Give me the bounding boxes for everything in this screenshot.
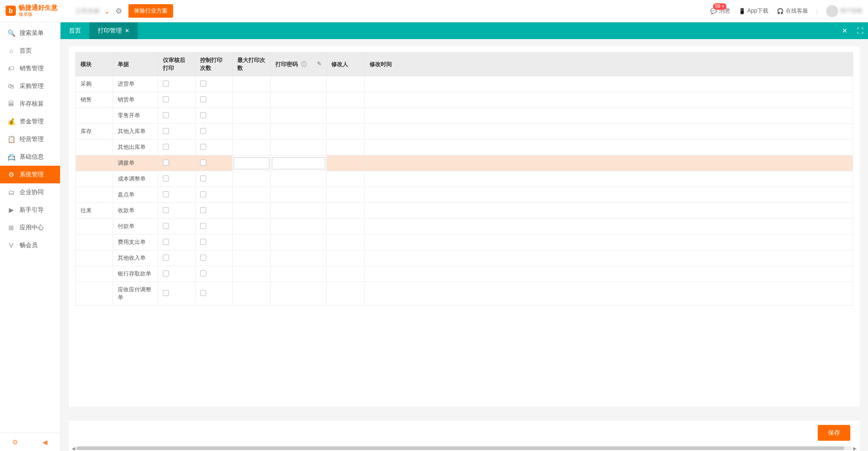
sidebar-item-10[interactable]: ▶新手引导 (0, 201, 60, 219)
checkbox-audit[interactable] (163, 270, 169, 276)
sidebar-settings-icon[interactable]: ⚙ (0, 433, 30, 451)
checkbox-ctrl[interactable] (200, 223, 206, 229)
checkbox-ctrl[interactable] (200, 112, 206, 118)
tab-label: 打印管理 (98, 27, 122, 35)
cell-module (76, 171, 113, 187)
scroll-left-icon[interactable]: ◀ (71, 446, 76, 451)
tab-close-icon[interactable]: ✕ (125, 27, 129, 34)
checkbox-audit[interactable] (163, 128, 169, 134)
checkbox-audit[interactable] (163, 144, 169, 150)
checkbox-audit[interactable] (163, 191, 169, 197)
table-row: 零售开单 (76, 108, 853, 124)
checkbox-ctrl[interactable] (200, 96, 206, 102)
messages-button[interactable]: 💬 99 + 消息 (710, 7, 730, 15)
table-row: 付款单 (76, 219, 853, 235)
help-icon[interactable]: ⓘ (301, 61, 307, 67)
cell-password (271, 250, 327, 266)
sidebar-item-label: 基础信息 (20, 153, 44, 161)
horizontal-scrollbar[interactable]: ◀ ▶ (69, 445, 860, 451)
scroll-right-icon[interactable]: ▶ (852, 446, 858, 451)
cell-max-count (233, 171, 271, 187)
sidebar-item-4[interactable]: 🏛库存核算 (0, 95, 60, 113)
cell-max-count (233, 282, 271, 306)
th-ctrl-count: 控制打印次数 (195, 53, 233, 76)
checkbox-ctrl[interactable] (200, 128, 206, 134)
tab-0[interactable]: 首页 (61, 22, 89, 39)
cell-modify-time (365, 76, 853, 92)
sidebar-item-6[interactable]: 📋经营管理 (0, 130, 60, 148)
sidebar-item-3[interactable]: 🛍采购管理 (0, 77, 60, 95)
checkbox-ctrl[interactable] (200, 175, 206, 182)
save-button[interactable]: 保存 (818, 425, 850, 441)
checkbox-ctrl[interactable] (200, 270, 206, 276)
checkbox-audit[interactable] (163, 96, 169, 102)
sidebar-item-1[interactable]: ⌂首页 (0, 42, 60, 60)
cell-password (271, 203, 327, 219)
checkbox-audit[interactable] (163, 207, 169, 213)
gear-icon[interactable]: ⚙ (115, 7, 122, 15)
cell-module (76, 140, 113, 155)
phone-icon: 📱 (739, 8, 746, 14)
sidebar-item-12[interactable]: V畅会员 (0, 236, 60, 254)
cell-module (76, 250, 113, 266)
user-menu[interactable]: 用户名称 (826, 5, 862, 17)
logo[interactable]: b 畅捷通好生意 臻享版 (6, 4, 66, 18)
cell-ctrl-count (195, 76, 233, 92)
cell-ctrl-count (195, 108, 233, 124)
close-all-tabs-icon[interactable]: ✕ (837, 27, 852, 34)
checkbox-ctrl[interactable] (200, 290, 206, 296)
customer-service-label: 在线客服 (786, 7, 808, 15)
cell-modifier (327, 76, 365, 92)
cell-audit-only (158, 140, 195, 155)
cell-password (271, 140, 327, 155)
checkbox-audit[interactable] (163, 290, 169, 296)
sidebar-collapse-icon[interactable]: ◀ (30, 433, 61, 451)
sidebar-item-8[interactable]: ⚙系统管理 (0, 166, 60, 183)
checkbox-audit[interactable] (163, 112, 169, 118)
checkbox-ctrl[interactable] (200, 239, 206, 245)
sidebar-icon: 🏛 (7, 100, 15, 108)
checkbox-ctrl[interactable] (200, 191, 206, 197)
cell-doc: 银行存取款单 (113, 266, 158, 282)
sidebar-item-5[interactable]: 💰资金管理 (0, 113, 60, 130)
tab-1[interactable]: 打印管理✕ (89, 22, 138, 39)
sidebar-item-7[interactable]: 📇基础信息 (0, 148, 60, 166)
cell-module (76, 235, 113, 250)
checkbox-audit[interactable] (163, 239, 169, 245)
cell-modify-time (365, 108, 853, 124)
checkbox-audit[interactable] (163, 81, 169, 87)
checkbox-audit[interactable] (163, 160, 169, 166)
max-count-input[interactable] (234, 157, 269, 169)
checkbox-audit[interactable] (163, 175, 169, 182)
app-download-button[interactable]: 📱 App下载 (739, 7, 768, 15)
checkbox-audit[interactable] (163, 223, 169, 229)
checkbox-ctrl[interactable] (200, 160, 206, 166)
fullscreen-icon[interactable]: ⛶ (852, 27, 868, 34)
company-selector[interactable]: 公司名称 (75, 7, 100, 15)
table-row: 库存其他入库单 (76, 124, 853, 140)
checkbox-ctrl[interactable] (200, 207, 206, 213)
sidebar-item-11[interactable]: ⊞应用中心 (0, 219, 60, 236)
checkbox-ctrl[interactable] (200, 255, 206, 261)
sidebar-item-2[interactable]: 🏷销售管理 (0, 60, 60, 77)
cell-audit-only (158, 108, 195, 124)
cell-max-count (233, 187, 271, 203)
print-settings-table: 模块 单据 仅审核后打印 控制打印次数 最大打印次数 打印密码 ⓘ ✎ (75, 52, 853, 306)
sidebar-item-0[interactable]: 🔍搜索菜单 (0, 24, 60, 42)
cell-module (76, 266, 113, 282)
password-input[interactable] (272, 157, 325, 169)
checkbox-ctrl[interactable] (200, 144, 206, 150)
sidebar-icon: V (7, 242, 15, 249)
tabs-bar: 首页打印管理✕ ✕ ⛶ (61, 22, 868, 39)
try-industry-button[interactable]: 体验行业方案 (128, 4, 173, 18)
cell-max-count (233, 250, 271, 266)
cell-module (76, 155, 113, 171)
checkbox-audit[interactable] (163, 255, 169, 261)
table-row: 费用支出单 (76, 235, 853, 250)
customer-service-button[interactable]: 🎧 在线客服 (777, 7, 808, 15)
chevron-down-icon[interactable]: ⌄ (104, 7, 110, 15)
checkbox-ctrl[interactable] (200, 81, 206, 87)
edit-icon[interactable]: ✎ (317, 61, 322, 67)
sidebar-item-9[interactable]: 🗂企业协同 (0, 183, 60, 201)
cell-password (271, 282, 327, 306)
